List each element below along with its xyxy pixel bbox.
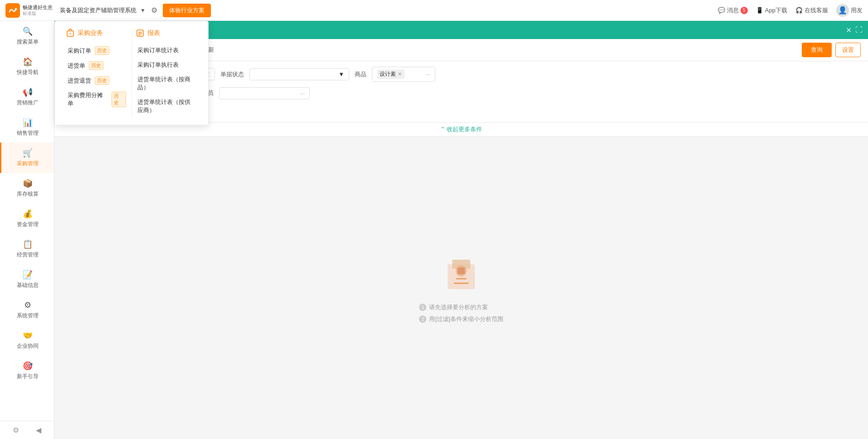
- sidebar-label-collab: 企业协同: [17, 342, 39, 350]
- hist-badge-return: 历史: [95, 76, 109, 85]
- staff-dots[interactable]: ···: [300, 90, 305, 97]
- sidebar-item-sales[interactable]: 📊 销售管理: [0, 112, 54, 143]
- step2-text: 用[过滤]条件来缩小分析范围: [429, 313, 503, 325]
- dropdown-item-receipt-goods[interactable]: 进货单统计表（按商品）: [136, 72, 198, 95]
- inventory-icon: 📦: [23, 178, 33, 188]
- goods-tag-remove[interactable]: ✕: [398, 71, 402, 77]
- sidebar-settings-btn[interactable]: ⚙: [13, 426, 19, 434]
- sidebar-item-search[interactable]: 🔍 搜索菜单: [0, 21, 54, 51]
- report-col-icon: [136, 29, 145, 38]
- collapse-text: ⌃ 收起更多条件: [440, 126, 483, 133]
- sidebar-item-guide[interactable]: 🎯 新手引导: [0, 355, 54, 386]
- tab-bar-actions: ✕ ⛶: [846, 26, 868, 35]
- sales-icon: 📊: [23, 118, 33, 128]
- basic-icon: 📝: [23, 270, 33, 280]
- dropdown-label-po: 采购订单: [68, 47, 91, 55]
- goods-label: 商品: [355, 70, 366, 79]
- empty-illustration: [439, 251, 484, 296]
- dropdown-label-receipt-supplier: 进货单统计表（按供应商）: [137, 98, 196, 114]
- dropdown-item-receipt-supplier[interactable]: 进货单统计表（按供应商）: [136, 95, 198, 118]
- header-center: 装备及固定资产辅助管理系统 ▼ ⚙ 体验行业方案: [60, 4, 718, 17]
- step1-num: 1: [419, 304, 426, 311]
- operation-icon: 📋: [23, 239, 33, 249]
- report-col-title: 报表: [147, 29, 160, 37]
- headset-icon: 🎧: [795, 7, 803, 14]
- purchase-col-icon: [66, 29, 75, 38]
- user-btn[interactable]: 👤 用友: [836, 4, 863, 17]
- order-status-select[interactable]: ▼: [249, 68, 349, 80]
- logo-version: 标准版: [23, 10, 53, 16]
- system-dropdown-btn[interactable]: ▼: [140, 7, 146, 14]
- sidebar-label-operation: 经营管理: [17, 251, 39, 259]
- system-icon: ⚙: [24, 300, 31, 310]
- report-col: 报表 采购订单统计表 采购订单执行表 进货单统计表（按商品） 进货单统计表（按供…: [132, 29, 201, 118]
- tab-fullscreen-icon[interactable]: ⛶: [855, 26, 863, 34]
- sidebar-item-nav[interactable]: 🏠 快捷导航: [0, 51, 54, 82]
- hist-badge-receipt: 历史: [89, 61, 103, 70]
- dropdown-item-receipt[interactable]: 进货单 历史: [66, 58, 128, 73]
- order-status-label: 单据状态: [220, 70, 244, 79]
- avatar: 👤: [836, 4, 849, 17]
- query-btn[interactable]: 查询: [802, 43, 832, 57]
- dropdown-item-expense[interactable]: 采购费用分摊单 历史: [66, 88, 128, 111]
- sidebar-item-basic[interactable]: 📝 基础信息: [0, 264, 54, 295]
- set-btn[interactable]: 设置: [835, 43, 861, 57]
- search-icon: 🔍: [23, 26, 33, 36]
- sidebar-item-inventory[interactable]: 📦 库存核算: [0, 173, 54, 203]
- sidebar-item-purchase[interactable]: 🛒 采购管理: [0, 143, 54, 173]
- dropdown-item-po-stat[interactable]: 采购订单统计表: [136, 43, 198, 58]
- sidebar-item-collab[interactable]: 🤝 企业协同: [0, 325, 54, 355]
- dropdown-item-po-exec[interactable]: 采购订单执行表: [136, 58, 198, 72]
- purchase-dropdown-menu: 采购业务 采购订单 历史 进货单 历史 进货退货 历史 采购费用分摊单 历史: [54, 21, 209, 125]
- sidebar-label-system: 系统管理: [17, 312, 39, 320]
- goods-dots[interactable]: ···: [425, 71, 430, 78]
- sidebar-item-marketing[interactable]: 📢 营销推广: [0, 82, 54, 112]
- phone-icon: 📱: [756, 7, 763, 14]
- dropdown-label-expense: 采购费用分摊单: [68, 91, 108, 108]
- purchase-icon: 🛒: [23, 148, 33, 158]
- sidebar-bottom: ⚙ ◀: [0, 421, 54, 439]
- svg-point-8: [70, 33, 71, 35]
- purchase-col-header: 采购业务: [66, 29, 128, 38]
- message-icon: 💬: [718, 7, 725, 14]
- dropdown-item-po[interactable]: 采购订单 历史: [66, 43, 128, 58]
- sidebar-collapse-btn[interactable]: ◀: [36, 426, 41, 434]
- online-service-btn[interactable]: 🎧 在线客服: [795, 6, 828, 15]
- collab-icon: 🤝: [23, 330, 33, 340]
- goods-select[interactable]: 设计素 ✕ ···: [372, 67, 435, 82]
- empty-state: 1 请先选择要分析的方案 2 用[过滤]条件来缩小分析范围: [54, 137, 868, 439]
- logo-area: 畅捷通好生意 标准版: [5, 3, 60, 18]
- sidebar-label-sales: 销售管理: [17, 129, 39, 137]
- logo-icon: [5, 3, 20, 18]
- settings-btn[interactable]: ⚙: [149, 4, 159, 16]
- purchase-col-title: 采购业务: [78, 29, 103, 37]
- message-btn[interactable]: 💬 消息 5: [718, 6, 748, 15]
- sidebar-item-system[interactable]: ⚙ 系统管理: [0, 295, 54, 325]
- sidebar-item-finance[interactable]: 💰 资金管理: [0, 203, 54, 234]
- sidebar-item-operation[interactable]: 📋 经营管理: [0, 234, 54, 264]
- sidebar: 🔍 搜索菜单 🏠 快捷导航 📢 营销推广 📊 销售管理 🛒 采购管理 📦 库存核…: [0, 21, 54, 439]
- svg-rect-9: [137, 30, 143, 36]
- top-header: 畅捷通好生意 标准版 装备及固定资产辅助管理系统 ▼ ⚙ 体验行业方案 💬 消息…: [0, 0, 868, 21]
- sidebar-label-nav: 快捷导航: [17, 69, 39, 76]
- sidebar-label-purchase: 采购管理: [17, 160, 39, 168]
- message-label: 消息: [727, 6, 739, 15]
- header-right: 💬 消息 5 📱 App下载 🎧 在线客服 👤 用友: [718, 4, 863, 17]
- goods-tag: 设计素 ✕: [377, 69, 405, 79]
- staff-select[interactable]: ···: [219, 87, 310, 99]
- app-download-btn[interactable]: 📱 App下载: [756, 6, 787, 15]
- dropdown-item-return[interactable]: 进货退货 历史: [66, 73, 128, 88]
- tab-close-icon[interactable]: ✕: [846, 26, 852, 35]
- dropdown-label-po-exec: 采购订单执行表: [137, 61, 179, 69]
- dropdown-overlay: 采购业务 采购订单 历史 进货单 历史 进货退货 历史 采购费用分摊单 历史: [54, 21, 209, 125]
- logo-name: 畅捷通好生意: [23, 4, 53, 10]
- sidebar-label-inventory: 库存核算: [17, 190, 39, 198]
- sidebar-label-marketing: 营销推广: [17, 99, 39, 107]
- finance-icon: 💰: [23, 209, 33, 219]
- industry-btn[interactable]: 体验行业方案: [163, 4, 211, 17]
- sidebar-label-guide: 新手引导: [17, 373, 39, 380]
- online-service-label: 在线客服: [805, 6, 828, 15]
- svg-rect-6: [458, 268, 465, 274]
- marketing-icon: 📢: [23, 87, 33, 97]
- dropdown-label-receipt-goods: 进货单统计表（按商品）: [137, 75, 196, 92]
